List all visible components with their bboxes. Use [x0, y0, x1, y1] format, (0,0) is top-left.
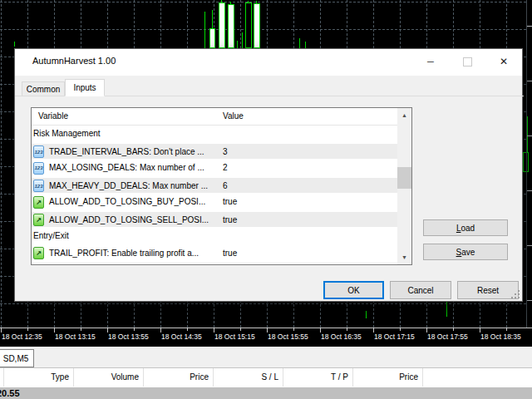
scroll-up-arrow[interactable]: ▲: [397, 108, 411, 122]
param-group-row[interactable]: Risk Management: [32, 126, 397, 143]
close-button[interactable]: ✕: [485, 49, 522, 74]
time-label: 18 Oct 17:15: [374, 332, 426, 341]
param-row[interactable]: ↗TRAIL_PROFIT: Enable trailing profit a.…: [32, 245, 397, 263]
cancel-button[interactable]: Cancel: [390, 281, 451, 299]
inputs-rows: Risk Management123TRADE_INTERVAL_BARS: D…: [32, 126, 397, 264]
grid-line: [1, 0, 2, 328]
time-axis-tick: [347, 328, 347, 331]
time-axis-tick: [27, 328, 28, 331]
candle-wick: [366, 311, 367, 318]
price-tick: [527, 135, 532, 136]
chart-tab-label: SD,M5: [3, 354, 29, 363]
time-axis-tick: [81, 328, 81, 331]
param-group-row[interactable]: Entry/Exit: [32, 228, 397, 245]
param-variable: ALLOW_ADD_TO_LOSING_SELL_POSI...: [49, 215, 209, 224]
grid-line: [0, 303, 526, 304]
integer-param-icon: 123: [33, 162, 44, 175]
candle-wick: [305, 42, 306, 48]
bottom-panel: SD,M5 TypeVolumePriceS / LT / PPrice 20.…: [0, 347, 532, 399]
param-row[interactable]: 123MAX_LOSING_DEALS: Max number of ...2: [32, 160, 397, 177]
time-label: 18 Oct 13:15: [55, 332, 106, 341]
candle-wick: [446, 302, 447, 317]
load-button[interactable]: Load: [423, 219, 508, 236]
trade-column-header[interactable]: Volume: [74, 368, 144, 387]
time-label: 18 Oct 17:55: [427, 332, 479, 341]
param-value[interactable]: 3: [223, 147, 228, 156]
integer-param-icon: 123: [33, 145, 44, 158]
price-tick: [527, 26, 532, 27]
vertical-scrollbar[interactable]: ▲ ▼: [397, 108, 411, 264]
param-variable: TRAIL_PROFIT: Enable trailing profit a..…: [49, 249, 199, 258]
trade-table-header: TypeVolumePriceS / LT / PPrice: [0, 367, 532, 389]
time-axis-tick: [240, 328, 241, 331]
param-variable: TRADE_INTERVAL_BARS: Don't place ...: [49, 147, 204, 156]
minimize-icon: ─: [427, 57, 434, 66]
candle-wick: [242, 32, 243, 48]
maximize-button: [449, 49, 485, 74]
inputs-table-header: Variable Value: [32, 108, 397, 126]
trade-column-header[interactable]: Price: [144, 368, 214, 387]
param-variable: MAX_HEAVY_DD_DEALS: Max number ...: [49, 181, 208, 190]
candle: [245, 2, 252, 48]
candle-wick: [237, 41, 238, 48]
time-label: 18 Oct 15:55: [268, 332, 319, 341]
param-value[interactable]: 2: [223, 163, 228, 172]
chart-window-tab[interactable]: SD,M5: [0, 349, 34, 367]
boolean-param-icon: ↗: [33, 265, 44, 266]
dialog-titlebar[interactable]: AutumnHarvest 1.00 ─ ✕: [15, 49, 522, 76]
param-row[interactable]: 123TRADE_INTERVAL_BARS: Don't place ...3: [32, 143, 397, 160]
param-value[interactable]: true: [223, 197, 237, 206]
save-button[interactable]: Save: [423, 244, 508, 260]
boolean-param-icon: ↗: [33, 196, 44, 209]
time-label: 18 Oct 12:35: [2, 332, 53, 341]
save-button-label: Save: [456, 248, 475, 257]
close-icon: ✕: [500, 56, 508, 67]
candle: [209, 28, 215, 48]
scroll-down-arrow[interactable]: ▼: [397, 250, 411, 264]
value-column-header[interactable]: Value: [223, 111, 244, 121]
scrollbar-thumb[interactable]: [397, 167, 411, 189]
trade-column-header[interactable]: S / L: [214, 368, 283, 387]
param-row[interactable]: 123MAX_HEAVY_DD_DEALS: Max number ...6: [32, 177, 397, 195]
param-value[interactable]: true: [223, 215, 237, 224]
time-label: 18 Oct 13:55: [108, 332, 160, 341]
minimize-button[interactable]: ─: [412, 49, 449, 74]
candle-wick: [14, 42, 15, 47]
variable-column-header[interactable]: Variable: [38, 111, 68, 121]
param-value[interactable]: 6: [223, 181, 228, 190]
time-label: 18 Oct 15:15: [214, 332, 266, 341]
param-variable: ALLOW_ADD_TO_LOSING_BUY_POSI...: [49, 197, 205, 206]
ok-button-label: OK: [347, 286, 359, 295]
boolean-param-icon: ↗: [33, 214, 44, 226]
trade-column-header[interactable]: Type: [3, 368, 74, 387]
trade-column-header[interactable]: Price: [353, 368, 423, 387]
inputs-table: Variable Value Risk Management123TRADE_I…: [31, 107, 412, 265]
load-button-label: Load: [456, 224, 475, 233]
candle: [254, 3, 260, 48]
reset-button-label: Reset: [477, 286, 499, 295]
resize-grip[interactable]: [511, 290, 520, 298]
ok-button[interactable]: OK: [323, 281, 384, 299]
param-row[interactable]: ↗ALLOW_ADD_TO_LOSING_SELL_POSI...true: [32, 211, 397, 229]
candle-wick: [204, 12, 205, 48]
balance-value: 20.55: [0, 388, 20, 398]
price-tick: [527, 300, 532, 301]
param-row[interactable]: ↗ALLOW_ADD_TO_LOSING_BUY_POSI...true: [32, 194, 397, 211]
reset-button[interactable]: Reset: [457, 281, 519, 299]
price-tick: [527, 245, 532, 246]
time-label: 18 Oct 14:35: [161, 332, 213, 341]
time-axis-tick: [187, 328, 188, 331]
time-axis-tick: [453, 328, 454, 331]
price-tick: [527, 81, 532, 81]
tab-inputs[interactable]: Inputs: [65, 79, 105, 96]
price-tick: [527, 190, 532, 191]
param-value[interactable]: true: [223, 249, 237, 258]
price-axis-separator: [526, 0, 527, 328]
param-row[interactable]: ↗: [32, 262, 397, 264]
cancel-button-label: Cancel: [407, 286, 433, 295]
account-summary-row: 20.55: [0, 387, 532, 399]
time-axis-tick: [506, 328, 507, 331]
metatrader-screen: 18 Oct 12:3518 Oct 13:1518 Oct 13:5518 O…: [0, 0, 532, 399]
trade-column-header[interactable]: T / P: [283, 368, 353, 387]
tab-common[interactable]: Common: [22, 81, 65, 96]
